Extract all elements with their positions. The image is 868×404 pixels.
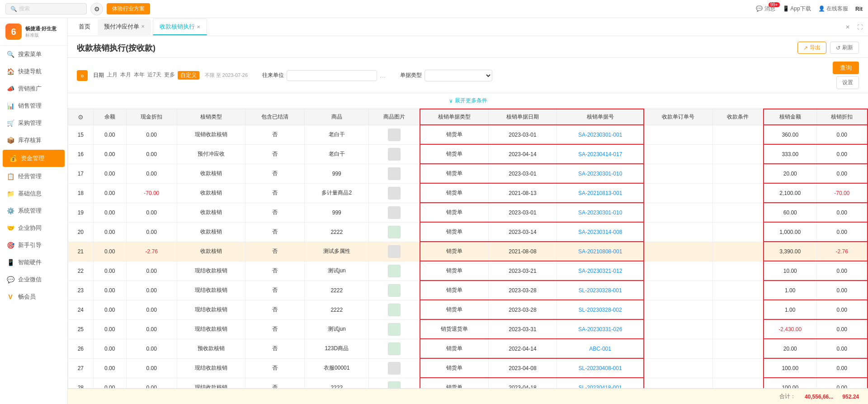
cell-verify-doc-type: 销货单: [420, 242, 489, 261]
custom-date-link[interactable]: 自定义: [178, 71, 199, 80]
sidebar-item-inventory[interactable]: 📦 库存核算: [0, 132, 67, 149]
cell-goods-img: [369, 300, 420, 319]
window-maximize-btn[interactable]: ⛶: [855, 23, 864, 31]
sidebar-item-label: 基础信息: [18, 190, 42, 198]
sidebar-item-marketing[interactable]: 📣 营销推广: [0, 80, 67, 97]
sidebar-item-sales[interactable]: 📊 销售管理: [0, 97, 67, 114]
table-settings-icon[interactable]: ⚙: [78, 114, 84, 121]
from-unit-input[interactable]: [287, 70, 377, 81]
last-7days-link[interactable]: 近7天: [147, 71, 161, 80]
cell-verify-doc-date: 2023-03-01: [488, 125, 557, 144]
sidebar-item-capital[interactable]: 💰 资金管理: [3, 150, 65, 167]
this-month-link[interactable]: 本月: [120, 71, 131, 80]
cell-include-settled: 否: [245, 144, 304, 164]
verify-doc-no-link[interactable]: SA-20230301-001: [578, 132, 622, 138]
verify-doc-no-link[interactable]: SA-20230301-010: [578, 171, 622, 177]
cell-receipt-condition: [712, 319, 764, 339]
cell-balance: 0.00: [93, 144, 126, 164]
sidebar-item-basic[interactable]: 📁 基础信息: [0, 185, 67, 202]
sidebar-item-member[interactable]: V 畅会员: [0, 288, 67, 305]
cell-verify-doc-type: 销货单: [420, 125, 489, 144]
verify-doc-no-link[interactable]: ABC-001: [589, 346, 611, 352]
expand-more-button[interactable]: ∨ 展开更多条件: [70, 95, 866, 106]
filter-action-group: 查询 设置: [833, 62, 859, 89]
window-close-btn[interactable]: ✕: [844, 23, 852, 31]
goods-image: [388, 342, 401, 355]
verify-doc-no-link[interactable]: SL-20230418-001: [579, 385, 622, 389]
cell-verify-doc-no: SL-20230408-001: [557, 358, 644, 378]
cell-no: 17: [68, 164, 94, 183]
online-service-btn[interactable]: 👤 在线客服: [818, 5, 848, 13]
sidebar-item-system[interactable]: ⚙️ 系统管理: [0, 202, 67, 219]
member-icon: V: [6, 293, 14, 300]
app-layout: 6 畅捷通·好生意 标准版 🔍 搜索菜单 🏠 快捷导航 📣 营销推广 📊 销售管…: [0, 18, 868, 404]
col-header-receipt-condition: 收款条件: [712, 109, 764, 125]
tab-collection-close[interactable]: ✕: [197, 24, 200, 29]
col-header-balance: 余额: [93, 109, 126, 125]
cell-verify-amount: 100.00: [764, 378, 816, 388]
doc-type-select[interactable]: [425, 70, 492, 81]
sidebar-item-search[interactable]: 🔍 搜索菜单: [0, 46, 67, 63]
message-btn[interactable]: 💬 消息 99+: [756, 5, 775, 13]
user-label[interactable]: Rit: [855, 6, 863, 12]
table-row: 22 0.00 0.00 现结收款核销 否 测试jun 销货单 2023-03-…: [68, 261, 868, 280]
cell-verify-discount: 0.00: [816, 203, 868, 222]
verify-doc-no-link[interactable]: SA-20230321-012: [578, 268, 622, 274]
verify-doc-no-link[interactable]: SA-20230314-008: [578, 229, 622, 235]
cell-goods: 测试jun: [305, 261, 369, 280]
sidebar-item-guide[interactable]: 🎯 新手引导: [0, 237, 67, 254]
verify-doc-no-link[interactable]: SA-20230414-017: [578, 151, 622, 157]
tab-prepay-close[interactable]: ✕: [141, 24, 145, 29]
refresh-button[interactable]: ↺ 刷新: [830, 42, 859, 54]
cell-verify-amount: 360.00: [764, 125, 816, 144]
verify-doc-no-link[interactable]: SA-20230331-026: [578, 326, 622, 333]
cell-include-settled: 否: [245, 300, 304, 319]
sidebar-item-hardware[interactable]: 📱 智能硬件: [0, 254, 67, 271]
filter-expand-button[interactable]: »: [77, 70, 88, 81]
cell-verify-amount: 3,390.00: [764, 242, 816, 261]
sidebar-item-coop[interactable]: 🤝 企业协同: [0, 219, 67, 237]
cell-receipt-order-no: [644, 280, 712, 300]
this-year-link[interactable]: 本年: [134, 71, 145, 80]
last-month-link[interactable]: 上月: [107, 71, 118, 80]
cell-receipt-condition: [712, 378, 764, 388]
more-date-link[interactable]: 更多: [164, 71, 175, 80]
cell-verify-doc-type: 销货单: [420, 339, 489, 358]
sidebar-item-wechat[interactable]: 💬 企业微信: [0, 271, 67, 288]
search-button[interactable]: 查询: [833, 62, 859, 74]
service-icon: 👤: [818, 5, 825, 12]
verify-doc-no-link[interactable]: SA-20230301-010: [578, 209, 622, 216]
cell-verify-amount: 1,000.00: [764, 222, 816, 242]
tab-prepay[interactable]: 预付冲应付单 ✕: [98, 19, 151, 35]
cell-cash-discount: 0.00: [126, 144, 177, 164]
cell-balance: 0.00: [93, 164, 126, 183]
system-icon: ⚙️: [6, 207, 14, 214]
cell-verify-doc-no: SA-20230321-012: [557, 261, 644, 280]
table-container[interactable]: ⚙ 余额 现金折扣 核销类型 包含已结清 商品 商品图片 核销单据类型 核销单据…: [68, 109, 868, 388]
app-download-btn[interactable]: 📱 App下载: [783, 5, 811, 13]
sidebar-item-operation[interactable]: 📋 经营管理: [0, 168, 67, 185]
export-button[interactable]: ↗ 导出: [797, 42, 826, 54]
sidebar-item-purchase[interactable]: 🛒 采购管理: [0, 114, 67, 132]
verify-doc-no-link[interactable]: SA-20210808-001: [578, 248, 622, 255]
date-range-display: 不限 至 2023-07-26: [205, 72, 248, 79]
export-icon: ↗: [803, 45, 808, 51]
settings-icon-btn[interactable]: ⚙: [90, 3, 103, 15]
cell-goods: 老白干: [305, 144, 369, 164]
goods-image: [388, 187, 401, 200]
cell-verify-amount: 10.00: [764, 261, 816, 280]
cell-verify-doc-no: SA-20230331-026: [557, 319, 644, 339]
verify-doc-no-link[interactable]: SL-20230408-001: [579, 365, 622, 371]
trial-button[interactable]: 体验行业方案: [107, 3, 150, 14]
col-header-gear[interactable]: ⚙: [68, 109, 94, 125]
verify-doc-no-link[interactable]: SL-20230328-001: [579, 287, 622, 294]
tab-collection[interactable]: 收款核销执行 ✕: [153, 19, 207, 35]
logo-area: 6 畅捷通·好生意 标准版: [0, 18, 67, 46]
cell-verify-discount: 0.00: [816, 144, 868, 164]
filter-settings-button[interactable]: 设置: [836, 76, 859, 89]
tab-home[interactable]: 首页: [71, 19, 98, 35]
search-box[interactable]: 🔍 搜索: [5, 3, 87, 14]
verify-doc-no-link[interactable]: SL-20230328-002: [579, 307, 622, 313]
sidebar-item-quick[interactable]: 🏠 快捷导航: [0, 63, 67, 80]
verify-doc-no-link[interactable]: SA-20210813-001: [578, 190, 622, 196]
